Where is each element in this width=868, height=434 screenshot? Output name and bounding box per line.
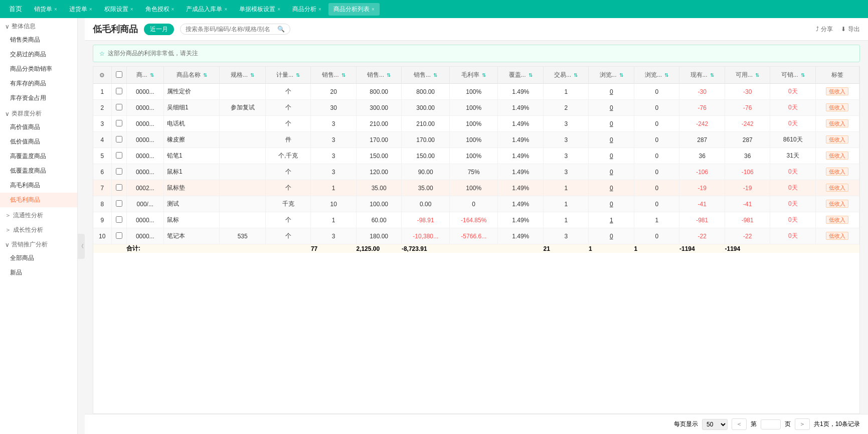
close-icon[interactable]: ×: [130, 7, 133, 12]
sidebar-item-stocked-products[interactable]: 有库存的商品: [0, 76, 77, 91]
browse1-link[interactable]: 1: [610, 217, 613, 224]
browse1-link[interactable]: 0: [610, 185, 613, 192]
col-sale-amt1[interactable]: 销售... ⇅: [356, 67, 402, 84]
sidebar-item-category-sales-rate[interactable]: 商品分类助销率: [0, 62, 77, 76]
export-button[interactable]: ⬇ 导出: [841, 25, 860, 34]
sort-icon[interactable]: ⇅: [755, 72, 759, 78]
browse1-link[interactable]: 0: [610, 120, 613, 127]
sidebar-group-cluster[interactable]: ∨ 类群度分析: [0, 105, 77, 120]
browse1-link[interactable]: 0: [610, 104, 613, 111]
col-browse1[interactable]: 浏览... ⇅: [589, 67, 634, 84]
sort-icon[interactable]: ⇅: [203, 72, 207, 78]
row-checkbox[interactable]: [111, 100, 126, 116]
row-select-checkbox[interactable]: [116, 200, 122, 207]
col-days[interactable]: 可销... ⇅: [770, 67, 816, 84]
row-checkbox[interactable]: [111, 132, 126, 148]
col-gross-rate[interactable]: 毛利率 ⇅: [449, 67, 498, 84]
nav-sales-order[interactable]: 销货单 ×: [29, 3, 62, 16]
close-icon[interactable]: ×: [372, 7, 375, 12]
col-stock[interactable]: 现有... ⇅: [679, 67, 725, 84]
col-settings[interactable]: ⚙: [93, 67, 111, 84]
row-checkbox[interactable]: [111, 164, 126, 180]
nav-product-analysis-list[interactable]: 商品分析列表 ×: [328, 3, 380, 16]
browse1-link[interactable]: 0: [610, 201, 613, 208]
row-checkbox[interactable]: [111, 148, 126, 164]
col-unit[interactable]: 计量... ⇅: [265, 67, 311, 84]
col-name[interactable]: 商品名称 ⇅: [164, 67, 220, 84]
col-avail[interactable]: 可用... ⇅: [725, 67, 770, 84]
row-select-checkbox[interactable]: [116, 120, 122, 126]
col-coverage[interactable]: 覆盖... ⇅: [498, 67, 544, 84]
next-page-button[interactable]: ＞: [795, 418, 810, 430]
search-icon[interactable]: 🔍: [277, 26, 285, 33]
page-size-select[interactable]: 50 100 200: [702, 419, 728, 430]
sidebar-item-low-coverage[interactable]: 低覆盖度商品: [0, 164, 77, 178]
col-trade[interactable]: 交易... ⇅: [543, 67, 589, 84]
sidebar-group-circulation[interactable]: ＞ 流通性分析: [0, 207, 77, 222]
sort-icon[interactable]: ⇅: [341, 72, 345, 78]
search-input[interactable]: [186, 26, 274, 33]
sidebar-group-growth[interactable]: ＞ 成长性分析: [0, 222, 77, 236]
col-spec[interactable]: 规格... ⇅: [220, 67, 265, 84]
row-browse1[interactable]: 1: [589, 212, 634, 228]
row-checkbox[interactable]: [111, 196, 126, 212]
page-input[interactable]: 1: [761, 419, 781, 429]
col-browse2[interactable]: 浏览... ⇅: [634, 67, 679, 84]
sort-icon[interactable]: ⇅: [296, 72, 300, 78]
sidebar-item-all-products[interactable]: 全部商品: [0, 251, 77, 265]
row-select-checkbox[interactable]: [116, 88, 122, 94]
nav-product-storage[interactable]: 产成品入库单 ×: [181, 3, 232, 16]
row-select-checkbox[interactable]: [116, 168, 122, 175]
close-icon[interactable]: ×: [318, 7, 321, 12]
row-checkbox[interactable]: [111, 212, 126, 228]
row-select-checkbox[interactable]: [116, 184, 122, 191]
col-sale-amt2[interactable]: 销售... ⇅: [402, 67, 450, 84]
row-checkbox[interactable]: [111, 84, 126, 100]
sort-icon[interactable]: ⇅: [710, 72, 714, 78]
col-qty[interactable]: 销售... ⇅: [311, 67, 357, 84]
sidebar-item-high-coverage[interactable]: 高覆盖度商品: [0, 149, 77, 164]
browse1-link[interactable]: 0: [610, 136, 613, 143]
row-select-checkbox[interactable]: [116, 104, 122, 110]
sidebar-group-overall[interactable]: ∨ 整体信息: [0, 18, 77, 33]
sort-icon[interactable]: ⇅: [664, 72, 668, 78]
nav-template-settings[interactable]: 单据模板设置 ×: [234, 3, 285, 16]
close-icon[interactable]: ×: [277, 7, 280, 12]
sidebar-item-high-margin[interactable]: 高毛利商品: [0, 178, 77, 193]
browse1-link[interactable]: 0: [610, 153, 613, 160]
sidebar-item-high-value[interactable]: 高价值商品: [0, 120, 77, 134]
row-select-checkbox[interactable]: [116, 216, 122, 223]
sidebar-item-stock-capital[interactable]: 库存资金占用: [0, 91, 77, 105]
sort-icon[interactable]: ⇅: [433, 72, 437, 78]
nav-permission-settings[interactable]: 权限设置 ×: [99, 3, 138, 16]
nav-product-analysis[interactable]: 商品分析 ×: [287, 3, 326, 16]
sidebar-group-marketing[interactable]: ∨ 营销推广分析: [0, 236, 77, 251]
col-code[interactable]: 商... ⇅: [126, 67, 164, 84]
prev-page-button[interactable]: ＜: [732, 418, 747, 430]
select-all-checkbox[interactable]: [116, 71, 122, 78]
share-button[interactable]: ⤴ 分享: [816, 25, 833, 34]
browse1-link[interactable]: 0: [610, 233, 613, 240]
sort-icon[interactable]: ⇅: [387, 72, 391, 78]
sort-icon[interactable]: ⇅: [619, 72, 623, 78]
close-icon[interactable]: ×: [54, 7, 57, 12]
row-select-checkbox[interactable]: [116, 136, 122, 142]
nav-role-auth[interactable]: 角色授权 ×: [140, 3, 180, 16]
sidebar-collapse-button[interactable]: 《: [78, 234, 85, 259]
row-checkbox[interactable]: [111, 116, 126, 132]
date-filter-button[interactable]: 近一月: [144, 24, 174, 35]
sidebar-item-traded-products[interactable]: 交易过的商品: [0, 47, 77, 62]
row-checkbox[interactable]: [111, 180, 126, 196]
sort-icon[interactable]: ⇅: [250, 72, 254, 78]
browse1-link[interactable]: 0: [610, 169, 613, 176]
settings-icon[interactable]: ⚙: [99, 72, 105, 79]
sort-icon[interactable]: ⇅: [574, 72, 578, 78]
close-icon[interactable]: ×: [89, 7, 92, 12]
sort-icon[interactable]: ⇅: [150, 72, 154, 78]
nav-home[interactable]: 首页: [4, 3, 27, 16]
sidebar-item-sales-products[interactable]: 销售类商品: [0, 33, 77, 47]
sort-icon[interactable]: ⇅: [801, 72, 805, 78]
sort-icon[interactable]: ⇅: [482, 72, 486, 78]
sort-icon[interactable]: ⇅: [529, 72, 533, 78]
sidebar-item-low-margin[interactable]: 低毛利商品: [0, 193, 77, 207]
